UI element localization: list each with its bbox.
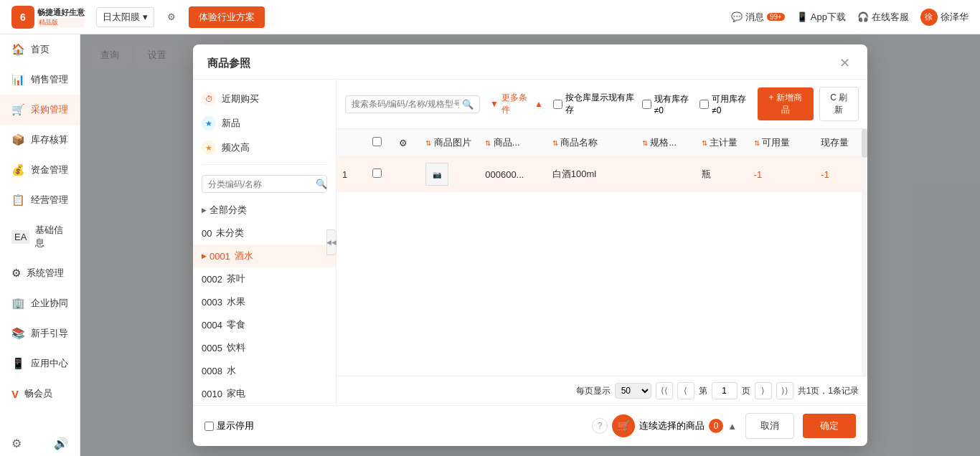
category-0010[interactable]: 0010 家电 [193,382,336,398]
sidebar-item-system[interactable]: ⚙ 系统管理 [0,258,80,288]
quick-link-new[interactable]: ★ 新品 [202,111,327,136]
close-button[interactable]: ✕ [836,54,853,72]
cancel-button[interactable]: 取消 [745,413,794,439]
guide-icon: 📚 [11,327,25,340]
filter-button[interactable]: ▼ 更多条件 ▲ [486,89,547,119]
total-records: 共1页，1条记录 [798,385,859,397]
category-all[interactable]: ▶ 全部分类 [193,199,336,222]
sidebar-item-finance[interactable]: 💰 资金管理 [0,155,80,185]
th-avail: ⇅ 可用量 [748,129,816,157]
th-stock: 现存量 [815,129,867,157]
product-search-input[interactable] [352,99,459,109]
modal-header: 商品参照 ✕ [193,44,867,80]
show-disabled-checkbox[interactable]: 显示停用 [204,419,254,432]
th-settings[interactable]: ⚙ [393,129,420,157]
checkbox-stock-nonzero[interactable]: 现有库存≠0 [642,93,694,115]
sidebar-item-basic-info[interactable]: EA 基础信息 [0,215,80,258]
filter-icon: ▼ [490,99,499,109]
logo-text: 畅捷通好生意 精品版 [37,7,85,27]
trial-button[interactable]: 体验行业方案 [189,6,265,28]
mobile-icon: 📱 [796,11,808,22]
collapse-cart-icon[interactable]: ▲ [727,421,737,432]
row-checkbox[interactable] [372,168,382,178]
modal-body: ⏱ 近期购买 ★ 新品 ★ 频次高 [193,80,867,405]
cell-image: 📷 [420,157,479,192]
sort-spec-icon[interactable]: ⇅ [642,139,648,147]
speaker-icon[interactable]: 🔊 [54,437,68,450]
last-page-button[interactable]: ⟩⟩ [776,382,793,399]
checkbox-stock-input[interactable] [642,100,651,109]
nav-right: 💬 消息 99+ 📱 App下载 🎧 在线客服 徐 徐泽华 [731,9,969,26]
search-product-icon[interactable]: 🔍 [462,99,473,110]
category-00[interactable]: 00 未分类 [193,222,336,244]
sidebar-item-member[interactable]: V 畅会员 [0,379,80,409]
sidebar-item-enterprise[interactable]: 🏢 企业协同 [0,288,80,318]
sidebar-item-purchase[interactable]: 🛒 采购管理 [0,95,80,125]
category-0001[interactable]: ▶ 0001 酒水 [193,244,336,267]
divider [202,164,327,165]
home-icon: 🏠 [11,43,25,56]
scrollbar-thumb[interactable] [862,129,867,158]
search-icon[interactable]: 🔍 [316,179,327,189]
sort-code-icon[interactable]: ⇅ [485,139,491,147]
category-0002[interactable]: 0002 茶叶 [193,267,336,290]
th-image: ⇅ 商品图片 [420,129,479,157]
category-0005[interactable]: 0005 饮料 [193,336,336,359]
collapse-panel-button[interactable]: ◀◀ [326,229,336,255]
first-page-button[interactable]: ⟨⟨ [656,382,673,399]
page-number-input[interactable] [712,382,738,399]
settings-icon[interactable]: ⚙ [160,6,183,29]
modal-footer: 显示停用 ? 🛒 连续选择的商品 0 ▲ 取消 确定 [193,405,867,446]
select-all-checkbox[interactable] [372,137,382,146]
checkbox-avail-nonzero[interactable]: 可用库存≠0 [699,93,751,115]
confirm-button[interactable]: 确定 [803,414,856,438]
sort-name-icon[interactable]: ⇅ [552,139,558,147]
add-product-button[interactable]: + 新增商品 [758,87,814,120]
sidebar-item-sales[interactable]: 📊 销售管理 [0,65,80,95]
checkbox-warehouse-input[interactable] [553,100,562,109]
sidebar-item-inventory[interactable]: 📦 库存核算 [0,125,80,155]
freq-icon: ★ [202,141,216,155]
prev-page-button[interactable]: ⟨ [677,382,694,399]
sidebar-item-apps[interactable]: 📱 应用中心 [0,348,80,379]
sidebar-item-guide[interactable]: 📚 新手引导 [0,318,80,348]
category-0008[interactable]: 0008 水 [193,359,336,382]
user-nav[interactable]: 徐 徐泽华 [920,9,969,26]
scrollbar-track[interactable] [862,129,867,376]
modal-right-panel: 🔍 ▼ 更多条件 ▲ 按仓库显示现有库存 [336,80,867,405]
quick-link-frequent[interactable]: ★ 频次高 [202,136,327,160]
sidebar-item-home[interactable]: 🏠 首页 [0,34,80,65]
customer-service-nav[interactable]: 🎧 在线客服 [857,11,909,24]
main-layout: 🏠 首页 📊 销售管理 🛒 采购管理 📦 库存核算 💰 资金管理 📋 经营管理 … [0,34,980,456]
sales-icon: 📊 [11,73,25,86]
show-disabled-input[interactable] [204,422,214,431]
enterprise-icon: 🏢 [11,297,25,310]
cart-icon[interactable]: 🛒 [612,414,635,437]
recent-icon: ⏱ [202,92,216,106]
category-0003[interactable]: 0003 水果 [193,290,336,313]
refresh-button[interactable]: C 刷新 [819,87,859,121]
sidebar-item-operations[interactable]: 📋 经营管理 [0,185,80,215]
checkbox-by-warehouse[interactable]: 按仓库显示现有库存 [553,92,636,116]
page-size-select[interactable]: 50 10 20 100 [615,383,651,399]
modal-overlay: 商品参照 ✕ ⏱ 近期购买 ★ [80,34,980,456]
inventory-icon: 📦 [11,133,25,146]
app-download-nav[interactable]: 📱 App下载 [796,11,846,24]
sort-image-icon[interactable]: ⇅ [425,139,431,147]
sort-avail-icon[interactable]: ⇅ [754,139,760,147]
finance-icon: 💰 [11,163,25,176]
cell-num: 1 [336,157,367,192]
checkbox-avail-input[interactable] [699,100,709,109]
settings-bottom-icon[interactable]: ⚙ [11,437,22,450]
cell-check[interactable] [367,157,393,192]
store-selector[interactable]: 日太阳膜 ▾ [96,7,154,27]
next-page-button[interactable]: ⟩ [755,382,772,399]
messages-nav[interactable]: 💬 消息 99+ [731,11,785,24]
category-search-input[interactable] [208,179,316,189]
pagination-bar: 每页显示 50 10 20 100 ⟨⟨ ⟨ 第 页 [336,376,867,405]
sort-unit-icon[interactable]: ⇅ [702,139,707,147]
quick-link-recent[interactable]: ⏱ 近期购买 [202,87,327,111]
help-icon[interactable]: ? [592,418,608,434]
table-row[interactable]: 1 📷 [336,157,867,192]
category-0004[interactable]: 0004 零食 [193,313,336,336]
